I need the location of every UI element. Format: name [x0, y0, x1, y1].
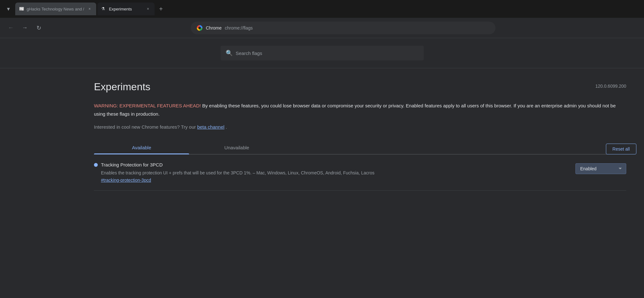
flag-description: Enables the tracking protection UI + pre…	[101, 170, 375, 175]
tab-available-label: Available	[132, 145, 151, 150]
tab-favicon-experiments: ⚗	[101, 6, 106, 11]
tab-title-ghacks: gHacks Technology News and /	[27, 7, 84, 11]
tab-unavailable-label: Unavailable	[224, 145, 249, 150]
sidebar	[0, 68, 76, 298]
chrome-icon	[196, 25, 203, 31]
search-input[interactable]	[221, 46, 424, 60]
chrome-label: Chrome	[206, 25, 222, 30]
version-number: 120.0.6099.200	[595, 81, 626, 89]
plus-icon: +	[159, 5, 163, 13]
reload-icon: ↻	[37, 24, 41, 31]
beta-prefix: Interested in cool new Chrome features? …	[94, 124, 197, 130]
flag-name: Tracking Protection for 3PCD	[101, 162, 163, 167]
flags-tabs: Available Unavailable	[94, 141, 626, 154]
new-tab-button[interactable]: +	[156, 4, 166, 14]
flag-anchor-link[interactable]: #tracking-protection-3pcd	[101, 178, 568, 183]
reset-all-button[interactable]: Reset all	[606, 144, 636, 154]
tab-dropdown-button[interactable]: ▾	[3, 3, 14, 15]
back-button[interactable]: ←	[5, 22, 17, 34]
content-area: Experiments 120.0.6099.200 WARNING: EXPE…	[76, 68, 644, 298]
address-bar: ← → ↻ Chrome chrome://flags	[0, 18, 644, 38]
flag-title-row: Tracking Protection for 3PCD	[94, 162, 568, 167]
page-title: Experiments	[94, 81, 150, 93]
flag-item-tracking-protection: Tracking Protection for 3PCD Enables the…	[94, 154, 626, 191]
main-content: Experiments 120.0.6099.200 WARNING: EXPE…	[0, 68, 644, 298]
flag-dot	[94, 163, 98, 167]
tab-close-ghacks[interactable]: ×	[87, 6, 92, 12]
forward-button[interactable]: →	[19, 22, 30, 34]
tab-experiments[interactable]: ⚗ Experiments ×	[97, 3, 155, 15]
flag-info: Tracking Protection for 3PCD Enables the…	[94, 162, 568, 183]
reload-button[interactable]: ↻	[33, 22, 44, 34]
chevron-down-icon: ▾	[7, 5, 10, 12]
warning-text: WARNING: EXPERIMENTAL FEATURES AHEAD! By…	[94, 102, 626, 118]
warning-label: WARNING: EXPERIMENTAL FEATURES AHEAD!	[94, 103, 201, 108]
url-text: chrome://flags	[225, 25, 253, 30]
search-icon: 🔍	[226, 50, 233, 57]
flags-search-bar: 🔍 Reset all	[0, 38, 644, 68]
tab-unavailable[interactable]: Unavailable	[189, 141, 284, 154]
url-bar[interactable]: Chrome chrome://flags	[191, 22, 495, 34]
flag-select-wrap: Default Enabled Disabled	[575, 163, 626, 174]
tab-close-experiments[interactable]: ×	[145, 6, 151, 12]
beta-suffix: .	[226, 124, 227, 130]
beta-line: Interested in cool new Chrome features? …	[94, 124, 626, 130]
tab-ghacks[interactable]: 📰 gHacks Technology News and / ×	[15, 3, 96, 15]
forward-icon: →	[22, 24, 28, 31]
back-icon: ←	[8, 24, 14, 31]
tab-available[interactable]: Available	[94, 141, 189, 154]
beta-channel-link[interactable]: beta channel	[197, 124, 224, 130]
page-header: Experiments 120.0.6099.200	[94, 81, 626, 93]
chrome-logo	[197, 25, 202, 31]
tab-bar-left: ▾ 📰 gHacks Technology News and / × ⚗ Exp…	[3, 3, 166, 15]
flag-status-select[interactable]: Default Enabled Disabled	[575, 163, 626, 174]
search-container: 🔍	[221, 46, 424, 60]
tab-favicon-ghacks: 📰	[19, 6, 24, 11]
tab-title-experiments: Experiments	[109, 7, 143, 11]
tab-bar: ▾ 📰 gHacks Technology News and / × ⚗ Exp…	[0, 0, 644, 18]
